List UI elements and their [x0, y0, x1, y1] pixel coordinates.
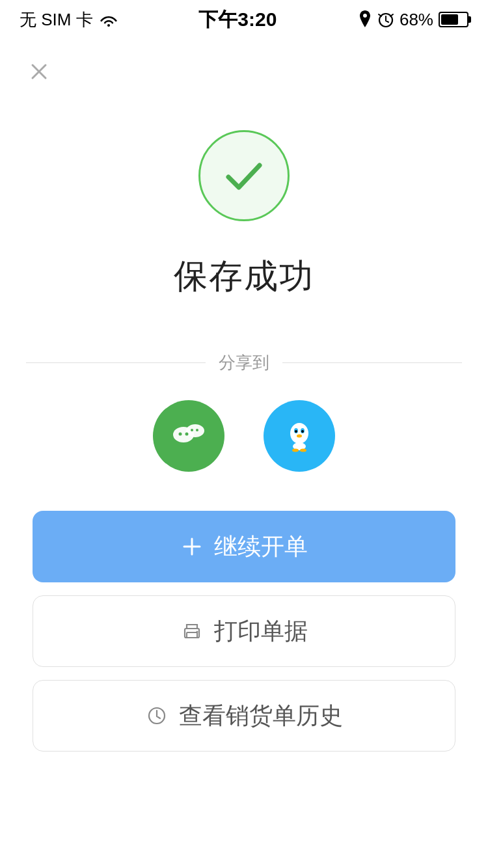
svg-point-15 — [300, 449, 306, 452]
actions: 继续开单 打印单据 查看销货单历史 — [26, 511, 462, 752]
svg-point-12 — [301, 430, 304, 433]
svg-point-2 — [186, 424, 204, 437]
svg-rect-17 — [187, 632, 197, 638]
svg-point-11 — [295, 430, 297, 433]
close-button[interactable] — [20, 52, 59, 91]
status-time: 下午3:20 — [198, 7, 277, 33]
alarm-icon — [377, 10, 394, 29]
status-right: 68% — [358, 10, 468, 30]
svg-point-3 — [179, 433, 182, 436]
svg-point-5 — [191, 429, 193, 431]
share-divider: 分享到 — [26, 351, 462, 374]
svg-point-18 — [197, 631, 198, 633]
history-label: 查看销货单历史 — [179, 700, 343, 732]
success-icon-circle — [198, 130, 290, 221]
svg-point-14 — [292, 449, 299, 452]
battery-percentage: 68% — [400, 10, 433, 30]
plus-icon — [180, 535, 204, 558]
success-title: 保存成功 — [174, 254, 314, 299]
svg-point-4 — [185, 433, 189, 436]
status-carrier: 无 SIM 卡 — [20, 8, 118, 31]
carrier-text: 无 SIM 卡 — [20, 8, 93, 31]
share-label: 分享到 — [219, 351, 269, 374]
print-button[interactable]: 打印单据 — [33, 595, 455, 667]
svg-point-7 — [290, 423, 308, 444]
battery-icon — [439, 12, 468, 27]
clock-icon — [145, 704, 169, 727]
print-label: 打印单据 — [214, 616, 308, 647]
share-section: 分享到 — [26, 351, 462, 472]
continue-label: 继续开单 — [214, 531, 308, 563]
history-button[interactable]: 查看销货单历史 — [33, 680, 455, 752]
success-area: 保存成功 — [26, 91, 462, 338]
printer-icon — [180, 619, 204, 643]
share-icons — [26, 400, 462, 472]
wechat-share-button[interactable] — [153, 400, 224, 472]
continue-button[interactable]: 继续开单 — [33, 511, 455, 582]
qq-share-button[interactable] — [264, 400, 335, 472]
wifi-icon — [100, 12, 118, 27]
main-content: 保存成功 分享到 — [0, 39, 488, 752]
status-bar: 无 SIM 卡 下午3:20 68% — [0, 0, 488, 39]
svg-point-6 — [196, 429, 198, 431]
location-icon — [358, 10, 372, 29]
svg-point-13 — [297, 435, 302, 438]
